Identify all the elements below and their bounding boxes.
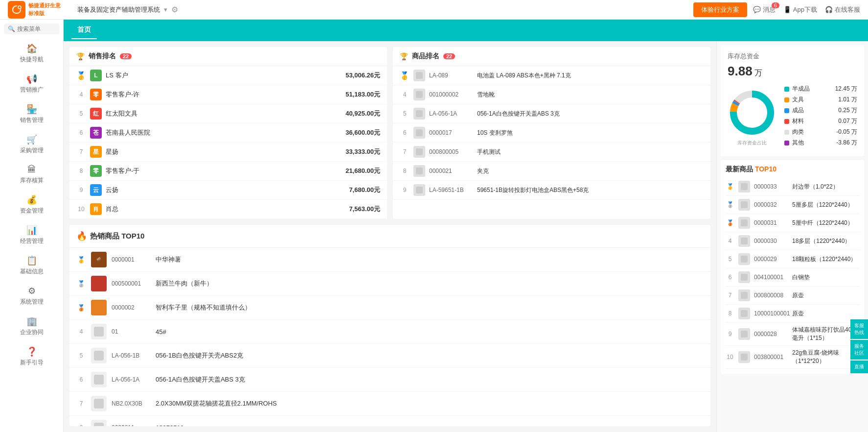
message-button[interactable]: 💬 消息 6: [753, 5, 776, 14]
product-code: 000800008: [754, 292, 788, 299]
float-buttons: 客服 热线 服务 社区 直播: [850, 319, 868, 373]
sidebar-item-system[interactable]: ⚙ 系统管理: [0, 281, 63, 311]
sidebar-item-marketing[interactable]: 📢 营销推广: [0, 69, 63, 99]
list-item: 4 01 45#: [69, 320, 710, 344]
product-ranking-badge: 22: [443, 53, 455, 59]
customer-amount: 53,006.26元: [345, 71, 380, 80]
list-item: 🥈 0000032 5厘多层（1220*2440）: [726, 196, 859, 214]
list-item: 7 NB2.0X30B 2.0X30MM双搓花轴搓花直径2.1MM/ROHS: [69, 392, 710, 416]
product-code: 01: [112, 328, 151, 335]
product-placeholder: [91, 396, 107, 411]
product-name: 056-1A白色按键开关盖ABS 3克: [156, 375, 704, 384]
product-name: 18多层（1220*2440）: [792, 237, 859, 245]
product-image: [91, 300, 107, 315]
product-code: 10000100001: [754, 310, 788, 317]
product-name: 雪地靴: [477, 91, 704, 99]
phone-icon: 📱: [783, 6, 791, 13]
product-icon: [738, 308, 750, 319]
hot-products-title: 热销商品 TOP10: [90, 232, 144, 241]
product-name: 5厘中纤（1220*2440）: [792, 219, 859, 227]
legend-color: [784, 130, 789, 135]
rank-num: 9: [400, 187, 410, 193]
svg-rect-1: [416, 72, 423, 79]
donut-chart: [728, 88, 777, 137]
list-item: 5 LA-056-1B 056-1B白色按键开关壳ABS2克: [69, 344, 710, 368]
sidebar-item-sales[interactable]: 🏪 销售管理: [0, 99, 63, 129]
product-icon: [413, 127, 425, 139]
table-row: 6 0000017 10S 变刹罗煞: [393, 123, 710, 143]
sidebar-item-guide[interactable]: ❓ 新手引导: [0, 341, 63, 372]
product-placeholder: [91, 324, 107, 339]
tab-home[interactable]: 首页: [71, 22, 97, 39]
home-icon: 🏠: [26, 43, 37, 54]
sidebar-item-nav[interactable]: 🏠 快捷导航: [0, 38, 63, 69]
trial-button[interactable]: 体验行业方案: [693, 2, 747, 17]
sidebar-item-operation[interactable]: 📊 经营管理: [0, 220, 63, 250]
customer-name: 零售客户-许: [106, 90, 342, 99]
top-panels: 🏆 销售排名 22 🥇 L LS 客户 53,006.26元: [69, 47, 710, 219]
product-name: 45#: [156, 328, 704, 336]
customer-name: 肖总: [106, 205, 345, 214]
app-download-button[interactable]: 📱 App下载: [783, 5, 817, 14]
rank-num: 10: [726, 354, 734, 360]
rank-num: 4: [400, 91, 410, 98]
product-name: 原壶: [792, 291, 859, 300]
new-products-highlight: TOP10: [755, 165, 777, 173]
rank-num: 5: [76, 352, 86, 359]
sidebar-item-finance[interactable]: 💰 资金管理: [0, 190, 63, 220]
legend-color: [784, 97, 789, 102]
legend-item: 半成品 12.45 万: [784, 85, 857, 93]
avatar: 零: [90, 165, 102, 177]
product-code: LA-056-1A: [429, 110, 473, 117]
inventory-legend: 半成品 12.45 万 文具 1.01 万 成品 0: [784, 85, 857, 149]
legend-name: 半成品: [792, 85, 832, 93]
float-direct-button[interactable]: 直播: [850, 360, 868, 373]
svg-rect-24: [741, 310, 748, 317]
product-icon: [738, 217, 750, 229]
donut-chart-container: 库存资金占比: [728, 88, 777, 146]
search-input[interactable]: [17, 25, 51, 32]
customer-name: 云扬: [106, 186, 345, 194]
product-name: 夹克: [477, 167, 704, 175]
legend-name: 材料: [792, 117, 835, 125]
rank-num: 6: [76, 376, 86, 383]
sidebar-item-company[interactable]: 🏢 企业协同: [0, 311, 63, 341]
product-code: NB2.0X30B: [112, 400, 151, 407]
sales-icon: 🏪: [26, 104, 37, 115]
product-name: 056-1A白色按键开关盖ABS 3克: [477, 110, 704, 118]
customer-name: 星扬: [106, 147, 342, 156]
sidebar-search[interactable]: 🔍: [0, 20, 63, 38]
customer-amount: 36,600.00元: [345, 128, 380, 137]
rank-num: 8: [726, 310, 734, 317]
sidebar-item-inventory[interactable]: 🏛 库存核算: [0, 160, 63, 190]
legend-item: 肉类 -0.05 万: [784, 128, 857, 136]
svg-rect-6: [416, 168, 423, 174]
gear-icon[interactable]: ⚙: [171, 5, 178, 14]
system-dropdown-icon[interactable]: ▾: [164, 6, 167, 13]
company-icon: 🏢: [26, 316, 37, 327]
rank-num: 8: [400, 168, 410, 174]
product-icon: [413, 146, 425, 158]
svg-point-0: [18, 6, 21, 9]
svg-rect-17: [741, 183, 748, 190]
table-row: 7 000800005 手机测试: [393, 143, 710, 162]
product-code: 0000028: [754, 331, 788, 337]
float-community-button[interactable]: 服务 社区: [850, 340, 868, 360]
system-selector[interactable]: 装备及固定资产辅助管理系统 ▾ ⚙: [77, 5, 687, 14]
list-item: 7 000800008 原壶: [726, 287, 859, 305]
rank-medal: 🥉: [76, 304, 86, 312]
product-name: 59651-1B旋转投影灯电池盒ABS黑色+58克: [477, 186, 704, 194]
product-code: 0000001: [112, 256, 151, 263]
rank-num: 5: [726, 256, 734, 263]
legend-value: -3.86 万: [836, 139, 857, 147]
table-row: 5 LA-056-1A 056-1A白色按键开关盖ABS 3克: [393, 104, 710, 123]
customer-amount: 51,183.00元: [345, 90, 380, 99]
sidebar-item-purchase[interactable]: 🛒 采购管理: [0, 129, 63, 160]
product-code: LA-089: [429, 72, 473, 79]
sidebar-item-base[interactable]: 📋 基础信息: [0, 250, 63, 281]
inventory-section: 库存总资金 9.88 万: [721, 45, 864, 156]
legend-value: 1.01 万: [838, 96, 857, 104]
online-service-button[interactable]: 🎧 在线客服: [825, 5, 860, 14]
float-service-button[interactable]: 客服 热线: [850, 319, 868, 339]
rank-num: 5: [76, 110, 86, 117]
